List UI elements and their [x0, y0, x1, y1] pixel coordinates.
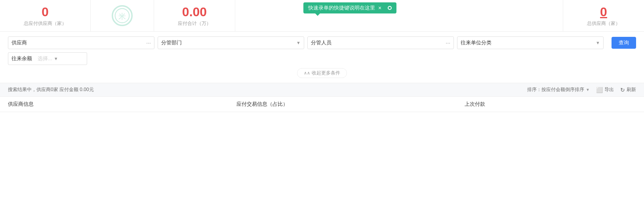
table-body — [0, 112, 644, 204]
export-icon: ⬜ — [596, 87, 603, 93]
balance-filter: 往来余额 选择... ▼ — [8, 52, 87, 65]
table-header: 供应商信息 应付交易信息（占比） 上次付款 — [0, 97, 644, 112]
tooltip-dot — [388, 6, 392, 10]
supplier-dots[interactable]: ··· — [146, 40, 151, 46]
coin-icon: 米 — [111, 5, 133, 27]
collapse-row: ∧∧ 收起更多条件 — [8, 67, 636, 81]
coin-icon-area: 米 — [91, 0, 154, 31]
tooltip-close-btn[interactable]: × — [378, 5, 381, 11]
stat-total-suppliers: 0 总供应商（家） — [563, 0, 644, 31]
balance-label: 往来余额 — [11, 55, 32, 62]
col-header-transaction: 应付交易信息（占比） — [236, 101, 465, 108]
query-button[interactable]: 查询 — [612, 37, 636, 49]
col-header-supplier-info: 供应商信息 — [8, 101, 236, 108]
stat-label-payable-total: 应付合计（万） — [178, 20, 211, 27]
unit-class-label: 往来单位分类 — [461, 39, 492, 46]
tooltip-text: 快速录单的快捷键说明在这里 — [308, 4, 375, 11]
filter-area: 供应商 ··· 分管部门 ▼ 分管人员 ··· 往来单位分类 ▼ 查询 往来余额 — [0, 32, 644, 83]
balance-select[interactable]: 选择... ▼ — [38, 55, 84, 62]
supplier-label: 供应商 — [11, 39, 30, 46]
supplier-filter: 供应商 ··· — [8, 36, 154, 49]
person-filter: 分管人员 ··· — [307, 36, 454, 49]
person-dots[interactable]: ··· — [446, 40, 450, 46]
department-label: 分管部门 — [161, 39, 182, 46]
person-label: 分管人员 — [311, 39, 332, 46]
supplier-input[interactable] — [36, 40, 144, 46]
col-header-last-payment: 上次付款 — [465, 101, 636, 108]
export-label: 导出 — [604, 86, 614, 93]
unit-class-filter: 往来单位分类 ▼ — [457, 36, 604, 49]
collapse-up-icon: ∧∧ — [304, 71, 310, 76]
balance-placeholder: 选择... — [38, 55, 52, 62]
person-input[interactable] — [337, 40, 443, 46]
tooltip-bubble: 快速录单的快捷键说明在这里 × — [303, 2, 396, 13]
stat-number-total-suppliers: 0 — [600, 4, 607, 19]
collapse-label: 收起更多条件 — [312, 70, 340, 76]
sort-chevron-icon: ▼ — [586, 88, 590, 92]
unit-class-chevron-icon: ▼ — [596, 40, 600, 45]
stat-number-payable-total: 0.00 — [182, 4, 207, 19]
svg-text:米: 米 — [118, 12, 126, 21]
results-actions: 排序：按应付会额倒序排序 ▼ ⬜ 导出 ↻ 刷新 — [527, 86, 636, 93]
sort-select[interactable]: 排序：按应付会额倒序排序 ▼ — [527, 86, 590, 93]
stat-total-payable-suppliers: 0 总应付供应商（家） — [0, 0, 91, 31]
refresh-btn[interactable]: ↻ 刷新 — [620, 86, 636, 93]
stat-label-payable-suppliers: 总应付供应商（家） — [24, 20, 67, 27]
collapse-btn[interactable]: ∧∧ 收起更多条件 — [297, 68, 347, 78]
refresh-label: 刷新 — [627, 86, 636, 93]
stats-bar: 0 总应付供应商（家） 米 0.00 应付合计（万） 快速录单的快捷键说明在这里… — [0, 0, 644, 32]
sort-label: 排序：按应付会额倒序排序 — [527, 86, 584, 93]
stat-number-payable-suppliers: 0 — [42, 4, 49, 19]
refresh-icon: ↻ — [620, 87, 625, 93]
results-summary: 搜索结果中，供应商0家 应付金额 0.00元 — [8, 86, 94, 93]
department-filter: 分管部门 ▼ — [158, 36, 304, 49]
balance-chevron-icon: ▼ — [54, 56, 58, 61]
export-btn[interactable]: ⬜ 导出 — [596, 86, 614, 93]
stat-label-total-suppliers: 总供应商（家） — [587, 20, 620, 27]
results-bar: 搜索结果中，供应商0家 应付金额 0.00元 排序：按应付会额倒序排序 ▼ ⬜ … — [0, 83, 644, 97]
department-chevron-icon: ▼ — [296, 40, 301, 45]
stat-payable-total: 0.00 应付合计（万） — [154, 0, 235, 31]
